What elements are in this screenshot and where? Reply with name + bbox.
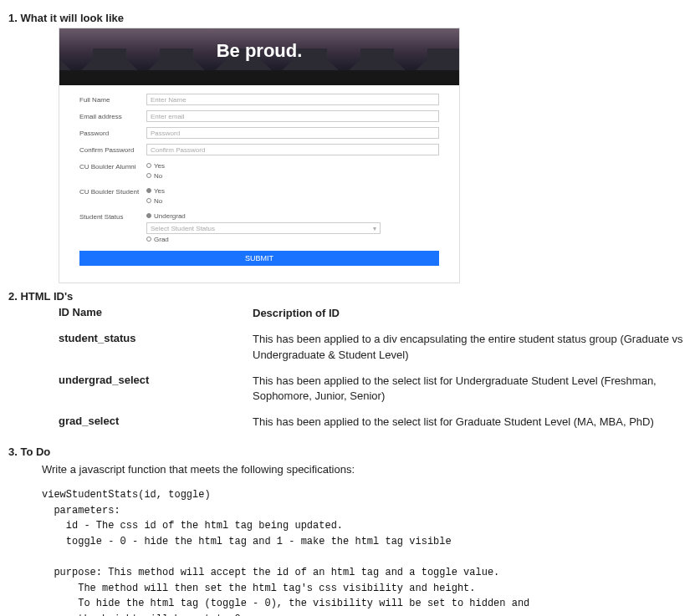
submit-button[interactable]: SUBMIT: [79, 251, 439, 266]
label-student-status: Student Status: [79, 211, 146, 221]
radio-label-undergrad: Undergrad: [154, 212, 186, 220]
id-name: grad_select: [59, 415, 253, 430]
id-table-header: ID Name Description of ID: [59, 306, 687, 322]
input-password[interactable]: Password: [146, 127, 439, 139]
id-description: This has been applied to the select list…: [253, 415, 687, 430]
radio-group-student: Yes No: [146, 186, 439, 206]
radio-label-no: No: [154, 197, 162, 205]
select-student-status[interactable]: Select Student Status ▾: [146, 222, 381, 234]
input-email[interactable]: Enter email: [146, 110, 439, 122]
radio-alumni-yes[interactable]: [146, 163, 151, 168]
col-head-id-name: ID Name: [59, 306, 253, 322]
id-table: ID Name Description of ID student_status…: [59, 306, 687, 430]
label-full-name: Full Name: [79, 94, 146, 104]
screenshot-card: Be proud. Full Name Enter Name Email add…: [59, 28, 460, 283]
section-2-heading: 2. HTML ID's: [8, 290, 687, 303]
input-confirm-password[interactable]: Confirm Password: [146, 144, 439, 155]
col-head-description: Description of ID: [253, 306, 687, 322]
table-row: student_status This has been applied to …: [59, 332, 687, 364]
chevron-down-icon: ▾: [373, 225, 376, 232]
banner-headline: Be proud.: [59, 40, 459, 62]
radio-student-yes[interactable]: [146, 188, 151, 193]
select-placeholder: Select Student Status: [151, 225, 215, 232]
id-name: student_status: [59, 332, 253, 364]
banner-crowd: [59, 70, 459, 85]
input-full-name[interactable]: Enter Name: [146, 94, 439, 105]
student-status-group: Undergrad Select Student Status ▾ Grad: [146, 211, 439, 244]
label-email: Email address: [79, 110, 146, 120]
section-1-heading: 1. What it will look like: [8, 12, 687, 24]
radio-label-yes: Yes: [154, 187, 165, 195]
id-description: This has been applied to the select list…: [253, 374, 687, 405]
signup-form: Full Name Enter Name Email address Enter…: [59, 85, 459, 277]
table-row: undergrad_select This has been applied t…: [59, 374, 687, 405]
id-name: undergrad_select: [59, 374, 253, 405]
table-row: grad_select This has been applied to the…: [59, 415, 687, 430]
label-password: Password: [79, 127, 146, 137]
radio-label-grad: Grad: [154, 236, 169, 243]
radio-group-alumni: Yes No: [146, 160, 439, 181]
hero-banner: Be proud.: [59, 28, 459, 85]
label-alumni: CU Boulder Alumni: [79, 160, 146, 171]
code-block: viewStudentStats(id, toggle) parameters:…: [42, 487, 687, 616]
code-body: viewStudentStats(id, toggle) parameters:…: [42, 489, 529, 616]
radio-label-no: No: [154, 172, 162, 180]
radio-status-undergrad[interactable]: [146, 213, 151, 218]
radio-student-no[interactable]: [146, 198, 151, 203]
id-description: This has been applied to a div encapsula…: [253, 332, 687, 364]
radio-alumni-no[interactable]: [146, 173, 151, 178]
radio-status-grad[interactable]: [146, 237, 151, 242]
label-cu-student: CU Boulder Student: [79, 186, 146, 196]
shot-credit: [59, 277, 459, 283]
label-confirm-password: Confirm Password: [79, 144, 146, 154]
todo-intro: Write a javascript function that meets t…: [42, 463, 687, 476]
section-3-heading: 3. To Do: [8, 445, 687, 458]
radio-label-yes: Yes: [154, 162, 165, 170]
